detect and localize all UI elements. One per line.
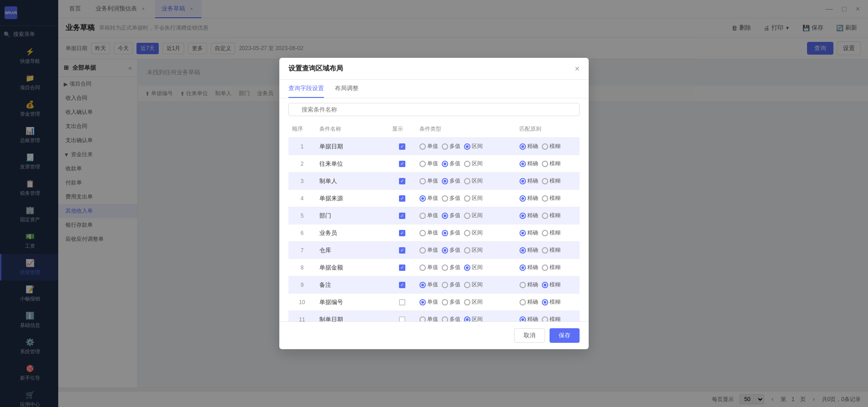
radio-circle [542, 247, 548, 254]
radio-multi[interactable]: 多值 [442, 212, 460, 219]
display-checkbox[interactable] [399, 161, 405, 167]
row-order: 3 [288, 175, 316, 187]
display-checkbox[interactable] [399, 195, 405, 202]
radio-fuzzy[interactable]: 模糊 [542, 194, 560, 202]
radio-single[interactable]: 单值 [419, 264, 438, 271]
radio-fuzzy[interactable]: 模糊 [542, 246, 560, 254]
row-display[interactable] [389, 175, 416, 187]
display-checkbox[interactable] [399, 247, 405, 254]
radio-fuzzy[interactable]: 模糊 [542, 298, 560, 306]
radio-precise[interactable]: 精确 [520, 298, 538, 306]
row-display[interactable] [389, 227, 416, 239]
radio-precise[interactable]: 精确 [520, 177, 538, 185]
radio-multi[interactable]: 多值 [442, 315, 460, 321]
radio-multi[interactable]: 多值 [442, 229, 460, 237]
radio-circle [542, 265, 548, 271]
row-display[interactable] [389, 314, 416, 322]
radio-fuzzy[interactable]: 模糊 [542, 212, 560, 219]
radio-single[interactable]: 单值 [419, 177, 438, 185]
radio-range[interactable]: 区间 [464, 315, 483, 321]
row-display[interactable] [389, 141, 416, 153]
radio-single[interactable]: 单值 [419, 229, 438, 237]
radio-range[interactable]: 区间 [464, 264, 483, 271]
radio-fuzzy[interactable]: 模糊 [542, 281, 560, 289]
radio-precise[interactable]: 精确 [520, 229, 538, 237]
radio-single[interactable]: 单值 [419, 281, 438, 289]
row-condition-type: 单值 多值 区间 [416, 226, 516, 239]
display-checkbox[interactable] [399, 143, 405, 150]
radio-multi[interactable]: 多值 [442, 246, 460, 254]
radio-range[interactable]: 区间 [464, 212, 483, 219]
modal-table: 顺序 条件名称 显示 条件类型 匹配原则 1 单据日期 [279, 121, 589, 321]
radio-multi[interactable]: 多值 [442, 194, 460, 202]
row-display[interactable] [389, 158, 416, 170]
radio-precise[interactable]: 精确 [520, 160, 538, 168]
radio-range[interactable]: 区间 [464, 160, 483, 168]
radio-precise[interactable]: 精确 [520, 246, 538, 254]
row-display[interactable] [389, 279, 416, 291]
radio-precise[interactable]: 精确 [520, 212, 538, 219]
modal-tab-field-settings[interactable]: 查询字段设置 [288, 80, 324, 98]
radio-range[interactable]: 区间 [464, 194, 483, 202]
radio-single[interactable]: 单值 [419, 142, 438, 150]
radio-multi[interactable]: 多值 [442, 160, 460, 168]
radio-precise[interactable]: 精确 [520, 194, 538, 202]
radio-precise[interactable]: 精确 [520, 264, 538, 271]
radio-range[interactable]: 区间 [464, 281, 483, 289]
radio-precise[interactable]: 精确 [520, 315, 538, 321]
radio-range[interactable]: 区间 [464, 246, 483, 254]
radio-single[interactable]: 单值 [419, 246, 438, 254]
display-checkbox[interactable] [399, 316, 405, 322]
radio-single[interactable]: 单值 [419, 160, 438, 168]
row-display[interactable] [389, 210, 416, 222]
display-checkbox[interactable] [399, 282, 405, 288]
modal-tab-layout-adjust[interactable]: 布局调整 [335, 80, 358, 98]
radio-range[interactable]: 区间 [464, 298, 483, 306]
row-display[interactable] [389, 262, 416, 274]
modal-search-wrapper: 🔍 [288, 103, 580, 116]
radio-circle [520, 299, 526, 305]
display-checkbox[interactable] [399, 230, 405, 236]
radio-circle [419, 230, 426, 236]
radio-fuzzy[interactable]: 模糊 [542, 160, 560, 168]
row-display[interactable] [389, 244, 416, 256]
radio-multi[interactable]: 多值 [442, 142, 460, 150]
radio-precise[interactable]: 精确 [520, 281, 538, 289]
radio-range[interactable]: 区间 [464, 229, 483, 237]
row-name: 单据编号 [316, 295, 389, 309]
row-match-rule: 精确 模糊 [516, 261, 589, 274]
row-display[interactable] [389, 193, 416, 204]
modal-search-input[interactable] [288, 103, 580, 116]
radio-single[interactable]: 单值 [419, 315, 438, 321]
radio-fuzzy[interactable]: 模糊 [542, 315, 560, 321]
radio-multi[interactable]: 多值 [442, 281, 460, 289]
row-display[interactable] [389, 296, 416, 308]
row-name: 制单日期 [316, 313, 389, 322]
radio-single[interactable]: 单值 [419, 194, 438, 202]
table-row: 1 单据日期 单值 多值 [288, 138, 580, 155]
radio-fuzzy[interactable]: 模糊 [542, 142, 560, 150]
radio-circle-checked [520, 247, 526, 254]
radio-fuzzy[interactable]: 模糊 [542, 229, 560, 237]
radio-multi[interactable]: 多值 [442, 298, 460, 306]
row-match-rule: 精确 模糊 [516, 174, 589, 188]
radio-single[interactable]: 单值 [419, 298, 438, 306]
display-checkbox[interactable] [399, 213, 405, 219]
save-button[interactable]: 保存 [550, 328, 580, 343]
radio-multi[interactable]: 多值 [442, 177, 460, 185]
modal-close-button[interactable]: × [575, 65, 580, 73]
radio-fuzzy[interactable]: 模糊 [542, 177, 560, 185]
radio-single[interactable]: 单值 [419, 212, 438, 219]
table-row: 10 单据编号 单值 多值 [288, 294, 580, 311]
modal-table-header: 顺序 条件名称 显示 条件类型 匹配原则 [288, 121, 580, 138]
radio-multi[interactable]: 多值 [442, 264, 460, 271]
display-checkbox[interactable] [399, 178, 405, 184]
radio-precise[interactable]: 精确 [520, 142, 538, 150]
radio-fuzzy[interactable]: 模糊 [542, 264, 560, 271]
radio-circle-checked [442, 230, 448, 236]
cancel-button[interactable]: 取消 [514, 328, 545, 343]
display-checkbox[interactable] [399, 265, 405, 271]
display-checkbox[interactable] [399, 299, 405, 305]
radio-range[interactable]: 区间 [464, 177, 483, 185]
radio-range[interactable]: 区间 [464, 142, 483, 150]
